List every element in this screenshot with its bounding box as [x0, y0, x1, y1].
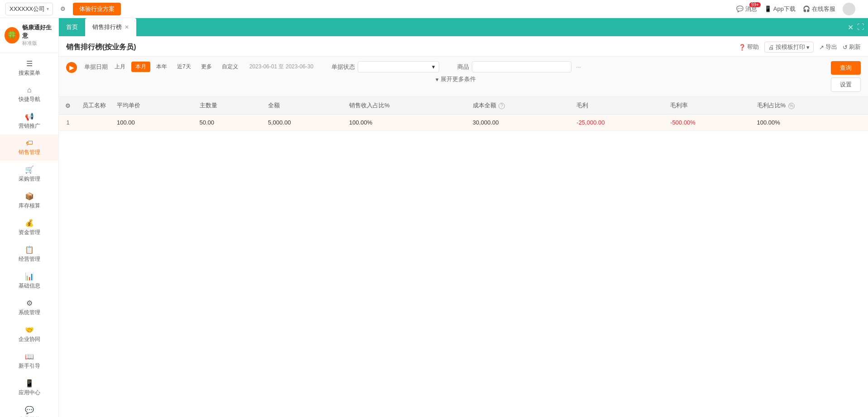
- sidebar-item-basic-info[interactable]: 📊 基础信息: [0, 268, 58, 294]
- sidebar-item-enterprise-coop[interactable]: 🤝 企业协同: [0, 321, 58, 348]
- cell-gross-profit: -25,000.00: [571, 115, 665, 131]
- date-btn-current-year[interactable]: 本年: [152, 62, 171, 72]
- sidebar-nav: ☰ 搜索菜单 ⌂ 快捷导航 📢 营销推广 🏷 销售管理 🛒 采购管理 📦 库: [0, 53, 58, 417]
- sidebar-item-label: 快捷导航: [19, 96, 40, 103]
- filter-row: 单据日期 上月 本月 本年 近7天 更多 自定义: [84, 61, 827, 72]
- refresh-icon: ↺: [843, 44, 848, 51]
- sidebar-item-label: 企业协同: [19, 336, 40, 343]
- logo-icon: 🍀: [5, 27, 19, 43]
- sidebar-item-finance[interactable]: 💰 资金管理: [0, 214, 58, 241]
- date-btn-last-7days[interactable]: 近7天: [173, 62, 195, 72]
- sidebar-item-marketing[interactable]: 📢 营销推广: [0, 108, 58, 134]
- beginner-icon: 📖: [25, 352, 34, 361]
- filter-area: ▶ 单据日期 上月 本月 本年 近7天 更多: [59, 57, 868, 97]
- settings-gear-btn[interactable]: ⚙: [57, 3, 69, 15]
- top-header: XXXXXX公司 ▾ ⚙ 体验行业方案 💬 消息 99+ 📱 App下载 🎧 在…: [0, 0, 868, 18]
- filter-toggle-arrow[interactable]: ▶: [66, 62, 77, 73]
- cell-gross-rate: -500.00%: [665, 115, 751, 131]
- purchase-icon: 🛒: [25, 165, 34, 174]
- expand-conditions-btn[interactable]: ▾ 展开更多条件: [436, 75, 476, 83]
- tab-home-label: 首页: [66, 23, 78, 31]
- goods-search-input[interactable]: [472, 61, 571, 72]
- col-setting[interactable]: ⚙: [59, 97, 77, 115]
- sidebar-item-label: 基础信息: [19, 282, 40, 290]
- doc-status-select[interactable]: ▾: [358, 61, 439, 72]
- top-right-actions: 💬 消息 99+ 📱 App下载 🎧 在线客服: [736, 3, 863, 15]
- sidebar-item-purchase-mgmt[interactable]: 🛒 采购管理: [0, 161, 58, 187]
- right-actions: 查询 设置: [831, 61, 861, 92]
- chevron-down-icon: ▾: [432, 63, 435, 70]
- basic-info-icon: 📊: [25, 272, 34, 281]
- cell-cost-amount: 30,000.00: [467, 115, 571, 131]
- expand-label: 展开更多条件: [441, 75, 476, 83]
- sidebar-item-system[interactable]: ⚙ 系统管理: [0, 294, 58, 321]
- page-content: 销售排行榜(按业务员) ❓ 帮助 🖨 按模板打印 ▾ ↗ 导出: [59, 36, 868, 417]
- sidebar-item-sales-mgmt[interactable]: 🏷 销售管理: [0, 134, 58, 161]
- help-btn[interactable]: ❓ 帮助: [739, 43, 759, 51]
- cell-gross-pct: 100.00%: [752, 115, 868, 131]
- tab-bar: 首页 销售排行榜 ✕ ✕ ⛶: [59, 18, 868, 36]
- page-header: 销售排行榜(按业务员) ❓ 帮助 🖨 按模板打印 ▾ ↗ 导出: [59, 36, 868, 57]
- doc-status-label: 单据状态: [331, 63, 355, 71]
- tab-bar-right: ✕ ⛶: [848, 23, 868, 32]
- cell-main-qty: 50.00: [194, 115, 263, 131]
- company-name: XXXXXX公司: [10, 5, 45, 13]
- export-btn[interactable]: ↗ 导出: [819, 43, 837, 51]
- app-center-icon: 📱: [25, 379, 34, 388]
- date-btn-more[interactable]: 更多: [197, 62, 216, 72]
- refresh-label: 刷新: [849, 43, 861, 51]
- content-area: 首页 销售排行榜 ✕ ✕ ⛶ 销售排行榜(按业务员) ❓ 帮助: [59, 18, 868, 417]
- sidebar-item-search-orders[interactable]: ☰ 搜索菜单: [0, 55, 58, 81]
- tab-close-icon[interactable]: ✕: [125, 24, 129, 30]
- help-icon: ❓: [739, 44, 746, 51]
- sidebar-item-beginner[interactable]: 📖 新手引导: [0, 348, 58, 374]
- page-title: 销售排行榜(按业务员): [66, 43, 136, 52]
- col-sales-pct: 销售收入占比%: [344, 97, 467, 115]
- gross-pct-label: 毛利占比%: [757, 102, 786, 109]
- online-service-btn[interactable]: 🎧 在线客服: [803, 5, 835, 13]
- settings-btn[interactable]: 设置: [831, 77, 861, 92]
- trial-industry-btn[interactable]: 体验行业方案: [73, 3, 121, 15]
- date-btn-current-month[interactable]: 本月: [131, 62, 150, 72]
- cell-rank: 1: [59, 115, 77, 131]
- wechat-icon: 💬: [25, 406, 34, 414]
- sidebar-item-inventory[interactable]: 📦 库存核算: [0, 187, 58, 214]
- col-gross-pct: 毛利占比% %: [752, 97, 868, 115]
- refresh-btn[interactable]: ↺ 刷新: [843, 43, 861, 51]
- app-download-btn[interactable]: 📱 App下载: [764, 5, 796, 13]
- template-print-btn[interactable]: 🖨 按模板打印 ▾: [764, 42, 814, 53]
- dots-btn[interactable]: ···: [574, 62, 583, 72]
- cell-avg-price: 100.00: [111, 115, 194, 131]
- sidebar-item-quick-nav[interactable]: ⌂ 快捷导航: [0, 81, 58, 108]
- query-btn[interactable]: 查询: [831, 61, 861, 75]
- date-btn-custom[interactable]: 自定义: [218, 62, 242, 72]
- sidebar-item-enterprise-wechat[interactable]: 💬 企业微信: [0, 401, 58, 417]
- sidebar-item-label: 系统管理: [19, 309, 40, 316]
- gross-pct-icon[interactable]: %: [788, 103, 795, 109]
- sidebar-item-label: 新手引导: [19, 362, 40, 370]
- home-icon: ⌂: [27, 86, 32, 94]
- coop-icon: 🤝: [25, 326, 34, 334]
- tab-sales-ranking[interactable]: 销售排行榜 ✕: [85, 18, 136, 36]
- close-all-icon[interactable]: ✕: [848, 23, 854, 32]
- sidebar-item-operations[interactable]: 📋 经营管理: [0, 241, 58, 268]
- message-btn[interactable]: 💬 消息 99+: [736, 5, 757, 13]
- sidebar-item-label: 经营管理: [19, 255, 40, 263]
- marketing-icon: 📢: [25, 112, 34, 121]
- goods-input-group: ···: [472, 61, 583, 72]
- date-btn-last-month[interactable]: 上月: [110, 62, 129, 72]
- cost-info-icon[interactable]: ?: [499, 103, 505, 109]
- sidebar-item-label: 库存核算: [19, 202, 40, 210]
- cell-total-amount: 5,000.00: [263, 115, 344, 131]
- rankings-table: ⚙ 员工名称 平均单价 主数量 全额 销售收入占比% 成本全额 ? 毛利 毛利率: [59, 97, 868, 131]
- filter-row2: ▾ 展开更多条件: [84, 75, 827, 83]
- col-avg-price: 平均单价: [111, 97, 194, 115]
- col-gross-rate: 毛利率: [665, 97, 751, 115]
- tab-home[interactable]: 首页: [59, 18, 85, 36]
- logo-brand: 畅康通好生意: [22, 24, 54, 40]
- sidebar-item-app-center[interactable]: 📱 应用中心: [0, 374, 58, 401]
- avatar[interactable]: [843, 3, 855, 15]
- chevron-down-icon: ▾: [436, 76, 439, 83]
- company-selector[interactable]: XXXXXX公司 ▾: [5, 3, 53, 15]
- fullscreen-icon[interactable]: ⛶: [857, 23, 864, 31]
